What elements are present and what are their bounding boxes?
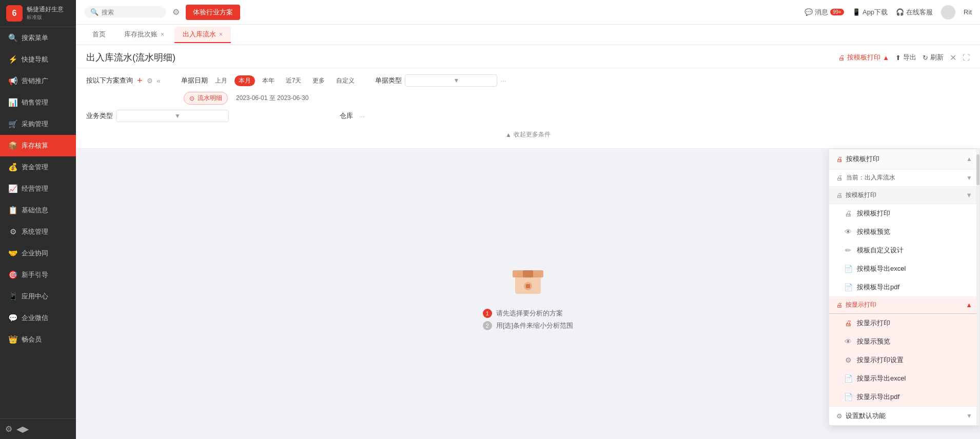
page-close-button[interactable]: ✕: [950, 53, 956, 63]
svg-rect-2: [523, 270, 533, 277]
toggle-sidebar-icon[interactable]: ◀▶: [16, 424, 29, 434]
dropdown-footer[interactable]: ⚙ 设置默认功能 ▼: [829, 406, 979, 425]
refresh-button[interactable]: ↻ 刷新: [923, 53, 944, 62]
industry-solution-button[interactable]: 体验行业方案: [186, 5, 240, 20]
sidebar-item-basics[interactable]: 📋 基础信息: [0, 199, 76, 221]
filter-tag-liushuimingxi[interactable]: ⊙ 流水明细: [184, 92, 228, 105]
filter-settings-icon[interactable]: ⚙: [147, 77, 153, 85]
dropdown-item-display-print[interactable]: 🖨 按显示打印: [829, 314, 979, 332]
filter-add-button[interactable]: +: [137, 75, 143, 86]
current-item-arrow: ▼: [966, 174, 972, 182]
dropdown-item-template-preview[interactable]: 👁 按模板预览: [829, 223, 979, 241]
tab-flow[interactable]: 出入库流水 ×: [174, 27, 231, 43]
topbar-search-box[interactable]: 🔍: [84, 6, 166, 18]
sidebar-icon-sales: 📊: [8, 98, 17, 107]
export-button[interactable]: ⬆ 导出: [895, 53, 916, 62]
dropdown-collapse-icon[interactable]: ▲: [966, 155, 972, 163]
date-shortcut-more[interactable]: 更多: [308, 75, 329, 86]
display-section-header[interactable]: 🖨 按显示打印 ▲: [829, 296, 979, 314]
chevron-up-icon: ▲: [883, 54, 889, 62]
search-input[interactable]: [102, 9, 153, 16]
sidebar-label-inventory: 库存核算: [22, 141, 48, 150]
dropdown-item-template-export-excel[interactable]: 📄 按模板导出excel: [829, 260, 979, 278]
footer-settings-icon: ⚙: [836, 412, 842, 420]
template-section-chevron: ▼: [966, 191, 972, 199]
sidebar-nav: 🔍 搜索菜单 ⚡ 快捷导航 📢 营销推广 📊 销售管理 🛒 采购管理 📦 库存核…: [0, 27, 76, 418]
sidebar-item-inventory[interactable]: 📦 库存核算: [0, 135, 76, 156]
sidebar-item-search[interactable]: 🔍 搜索菜单: [0, 27, 76, 49]
page-expand-button[interactable]: ⛶: [963, 53, 970, 62]
warehouse-more-icon[interactable]: ···: [359, 112, 365, 120]
sidebar-item-wechat[interactable]: 💬 企业微信: [0, 307, 76, 329]
dropdown-item-display-preview[interactable]: 👁 按显示预览: [829, 332, 979, 351]
app-download-button[interactable]: 📱 App下载: [852, 8, 888, 17]
business-type-chevron-icon: ▼: [174, 112, 223, 119]
sidebar-item-cooperation[interactable]: 🤝 企业协同: [0, 243, 76, 264]
settings-gear-icon[interactable]: ⚙: [172, 7, 180, 17]
collapse-up-icon: ▲: [505, 131, 512, 138]
sidebar-item-finance[interactable]: 💰 资金管理: [0, 156, 76, 178]
dropdown-header: 🖨 按模板打印 ▲: [829, 149, 979, 169]
dropdown-item-display-export-excel[interactable]: 📄 按显示导出excel: [829, 369, 979, 388]
current-item-icon: 🖨: [836, 174, 843, 182]
empty-state: 1 请先选择要分析的方案 2 用[选]条件来缩小分析范围: [483, 258, 573, 330]
sidebar-item-apps[interactable]: 📱 应用中心: [0, 286, 76, 307]
sidebar-icon-basics: 📋: [8, 206, 17, 215]
template-print-button[interactable]: 🖨 按模板打印 ▲: [838, 53, 889, 62]
sidebar-item-guide[interactable]: 🎯 新手引导: [0, 264, 76, 286]
display-pdf-icon: 📄: [844, 393, 853, 401]
brand-badge: 标准版: [27, 14, 64, 21]
date-shortcut-custom[interactable]: 自定义: [332, 75, 359, 86]
page-header-actions: 🖨 按模板打印 ▲ ⬆ 导出 ↻ 刷新 ✕ ⛶: [838, 53, 970, 63]
template-section-header[interactable]: 🖨 按模板打印 ▼: [829, 187, 979, 204]
display-excel-icon: 📄: [844, 374, 853, 383]
sidebar-item-sales[interactable]: 📊 销售管理: [0, 92, 76, 113]
collapse-button[interactable]: ▲ 收起更多条件: [505, 130, 551, 139]
sidebar-item-marketing[interactable]: 📢 营销推广: [0, 70, 76, 92]
dropdown-item-display-export-pdf[interactable]: 📄 按显示导出pdf: [829, 388, 979, 406]
customer-service-button[interactable]: 🎧 在线客服: [896, 8, 933, 17]
filter-collapse-icon[interactable]: «: [157, 77, 161, 85]
dropdown-scrollbar[interactable]: [976, 149, 979, 425]
date-shortcut-lastmonth[interactable]: 上月: [211, 75, 231, 86]
date-filter-section: 单据日期 上月 本月 本年 近7天 更多 自定义: [181, 75, 359, 86]
topbar: 🔍 ⚙ 体验行业方案 💬 消息 99+ 📱 App下载 🎧 在线客服: [76, 0, 980, 25]
sidebar-icon-system: ⚙: [8, 227, 17, 236]
date-shortcut-thismonth[interactable]: 本月: [234, 75, 255, 86]
dropdown-item-template-custom[interactable]: ✏ 模板自定义设计: [829, 241, 979, 260]
sidebar-item-operations[interactable]: 📈 经营管理: [0, 178, 76, 199]
message-button[interactable]: 💬 消息 99+: [805, 8, 844, 17]
filter-section-label: 按以下方案查询: [86, 76, 133, 85]
tab-home[interactable]: 首页: [84, 27, 114, 43]
doc-type-more-icon[interactable]: ···: [500, 77, 506, 85]
username: Rit: [964, 8, 972, 16]
date-shortcut-thisyear[interactable]: 本年: [258, 75, 279, 86]
tab-batch-close[interactable]: ×: [161, 31, 164, 38]
avatar[interactable]: [941, 5, 955, 19]
dropdown-item-template-export-pdf[interactable]: 📄 按模板导出pdf: [829, 278, 979, 296]
refresh-icon: ↻: [923, 54, 928, 62]
warehouse-section: 仓库 ···: [340, 111, 365, 121]
sidebar-item-system[interactable]: ⚙ 系统管理: [0, 221, 76, 243]
business-type-select[interactable]: ▼: [116, 110, 229, 122]
settings-icon[interactable]: ⚙: [5, 424, 12, 434]
tab-flow-close[interactable]: ×: [219, 31, 223, 38]
dropdown-item-template-print[interactable]: 🖨 按模板打印: [829, 204, 979, 223]
tab-batch[interactable]: 库存批次账 ×: [116, 27, 172, 43]
sidebar-item-purchase[interactable]: 🛒 采购管理: [0, 113, 76, 135]
dropdown-panel: 🖨 按模板打印 ▲ 🖨 当前：出入库流水 ▼: [829, 149, 980, 426]
page-header: 出入库流水(流水明细) 🖨 按模板打印 ▲ ⬆ 导出 ↻ 刷新 ✕ ⛶: [76, 45, 980, 68]
dropdown-scrollbar-thumb[interactable]: [976, 154, 979, 185]
main-content: 🔍 ⚙ 体验行业方案 💬 消息 99+ 📱 App下载 🎧 在线客服: [76, 0, 980, 439]
sidebar-label-operations: 经营管理: [22, 184, 48, 193]
sidebar-item-quick-nav[interactable]: ⚡ 快捷导航: [0, 49, 76, 70]
template-custom-icon: ✏: [844, 246, 853, 254]
app-icon: 📱: [852, 8, 860, 16]
date-shortcut-7days[interactable]: 近7天: [282, 75, 306, 86]
doc-type-select[interactable]: ▼: [405, 74, 497, 87]
message-icon: 💬: [805, 8, 813, 16]
template-pdf-icon: 📄: [844, 283, 853, 291]
step-1-number: 1: [483, 309, 492, 318]
dropdown-item-display-settings[interactable]: ⚙ 按显示打印设置: [829, 351, 979, 369]
sidebar-item-member[interactable]: 👑 畅会员: [0, 329, 76, 350]
